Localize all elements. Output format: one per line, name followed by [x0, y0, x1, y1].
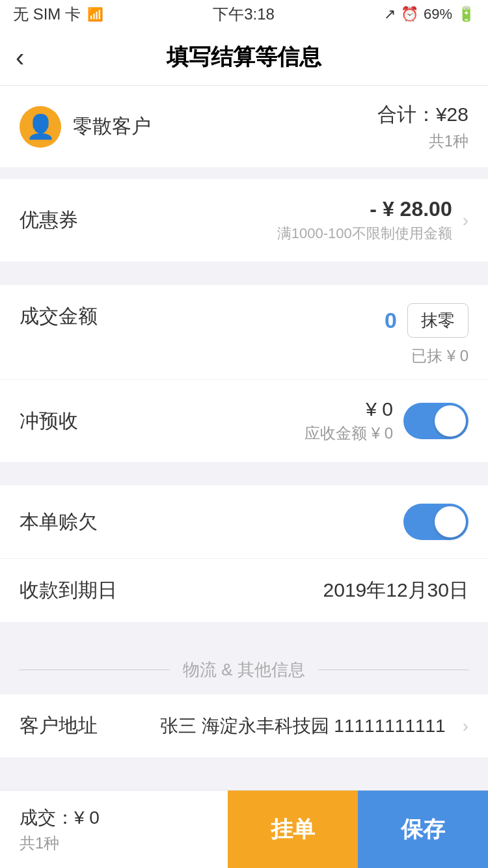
- save-button[interactable]: 保存: [358, 791, 488, 869]
- total-amount: 合计：¥28: [377, 102, 468, 128]
- bottom-info: 成交：¥ 0 共1种: [0, 806, 228, 854]
- alarm-icon: ⏰: [401, 6, 418, 23]
- coupon-right: - ¥ 28.00 满1000-100不限制使用金额 ›: [277, 197, 468, 243]
- separator-2: [0, 474, 488, 485]
- address-right: 张三 海淀永丰科技园 11111111111 ›: [160, 714, 468, 739]
- due-date-label: 收款到期日: [20, 577, 117, 604]
- debt-row: 本单赊欠: [0, 485, 488, 559]
- due-date-value: 2019年12月30日: [323, 577, 468, 604]
- pre-receive-right: ¥ 0 应收金额 ¥ 0: [305, 398, 468, 444]
- transaction-section: 成交金额 0 抹零 已抹 ¥ 0 冲预收 ¥ 0 应收金额 ¥ 0: [0, 285, 488, 462]
- customer-left: 👤 零散客户: [20, 106, 151, 148]
- due-date-row: 收款到期日 2019年12月30日: [0, 559, 488, 622]
- already-rounded-label: 已抹 ¥ 0: [411, 346, 468, 366]
- pre-receive-toggle[interactable]: [403, 403, 468, 439]
- time-label: 下午3:18: [213, 4, 275, 25]
- battery-label: 69%: [424, 6, 452, 23]
- pre-receive-row: 冲预收 ¥ 0 应收金额 ¥ 0: [0, 380, 488, 462]
- toggle-thumb: [435, 405, 466, 437]
- coupon-section: 优惠券 - ¥ 28.00 满1000-100不限制使用金额 ›: [0, 179, 488, 262]
- pre-receive-sub: 应收金额 ¥ 0: [305, 423, 393, 444]
- separator-3: [0, 634, 488, 645]
- bottom-bar: 成交：¥ 0 共1种 挂单 保存: [0, 790, 488, 868]
- status-right: ↗ ⏰ 69% 🔋: [384, 6, 475, 23]
- address-row[interactable]: 客户地址 张三 海淀永丰科技园 11111111111 ›: [0, 694, 488, 757]
- bottom-transaction-value: ¥ 0: [74, 807, 100, 828]
- customer-summary: 合计：¥28 共1种: [377, 102, 468, 152]
- avatar: 👤: [20, 106, 61, 148]
- transaction-amount-value[interactable]: 0: [358, 308, 397, 333]
- address-label: 客户地址: [20, 712, 98, 739]
- coupon-value-col: - ¥ 28.00 满1000-100不限制使用金额: [277, 197, 452, 243]
- carrier-label: 无 SIM 卡: [13, 4, 81, 25]
- address-value: 张三 海淀永丰科技园 11111111111: [160, 714, 446, 739]
- debt-label: 本单赊欠: [20, 509, 98, 536]
- address-section: 客户地址 张三 海淀永丰科技园 11111111111 ›: [0, 694, 488, 757]
- debt-section: 本单赊欠 收款到期日 2019年12月30日: [0, 485, 488, 622]
- coupon-subtext: 满1000-100不限制使用金额: [277, 224, 452, 243]
- transaction-amount-label: 成交金额: [20, 303, 98, 330]
- chevron-right-icon: ›: [463, 210, 468, 231]
- status-bar: 无 SIM 卡 📶 下午3:18 ↗ ⏰ 69% 🔋: [0, 0, 488, 29]
- back-button[interactable]: ‹: [16, 44, 24, 70]
- separator-1: [0, 273, 488, 285]
- pre-receive-value: ¥ 0: [366, 398, 393, 420]
- pre-receive-value-col: ¥ 0 应收金额 ¥ 0: [305, 398, 393, 444]
- round-button[interactable]: 抹零: [407, 303, 468, 338]
- pending-button[interactable]: 挂单: [228, 791, 358, 869]
- customer-card: 👤 零散客户 合计：¥28 共1种: [0, 86, 488, 167]
- logistics-header-text: 物流 & 其他信息: [183, 658, 305, 681]
- wifi-icon: 📶: [87, 7, 103, 22]
- customer-name: 零散客户: [73, 113, 151, 140]
- logistics-header: 物流 & 其他信息: [0, 645, 488, 694]
- coupon-row[interactable]: 优惠券 - ¥ 28.00 满1000-100不限制使用金额 ›: [0, 179, 488, 262]
- battery-icon: 🔋: [457, 6, 475, 23]
- location-icon: ↗: [384, 6, 396, 23]
- pre-receive-label: 冲预收: [20, 408, 78, 435]
- coupon-label: 优惠券: [20, 207, 78, 234]
- coupon-value: - ¥ 28.00: [370, 197, 452, 221]
- nav-bar: ‹ 填写结算等信息: [0, 29, 488, 86]
- transaction-amount-row: 成交金额 0 抹零 已抹 ¥ 0: [0, 285, 488, 380]
- total-count: 共1种: [377, 131, 468, 152]
- debt-toggle-thumb: [435, 506, 466, 537]
- bottom-count: 共1种: [20, 833, 208, 854]
- address-chevron-icon: ›: [463, 716, 468, 737]
- logistics-header-line: 物流 & 其他信息: [20, 658, 468, 681]
- bottom-transaction: 成交：¥ 0: [20, 806, 208, 830]
- page-title: 填写结算等信息: [167, 42, 321, 72]
- bottom-transaction-label: 成交：: [20, 807, 74, 828]
- user-icon: 👤: [26, 113, 55, 141]
- status-left: 无 SIM 卡 📶: [13, 4, 103, 25]
- content: 👤 零散客户 合计：¥28 共1种 优惠券 - ¥ 28.00 满1000-10…: [0, 86, 488, 757]
- debt-toggle[interactable]: [403, 504, 468, 540]
